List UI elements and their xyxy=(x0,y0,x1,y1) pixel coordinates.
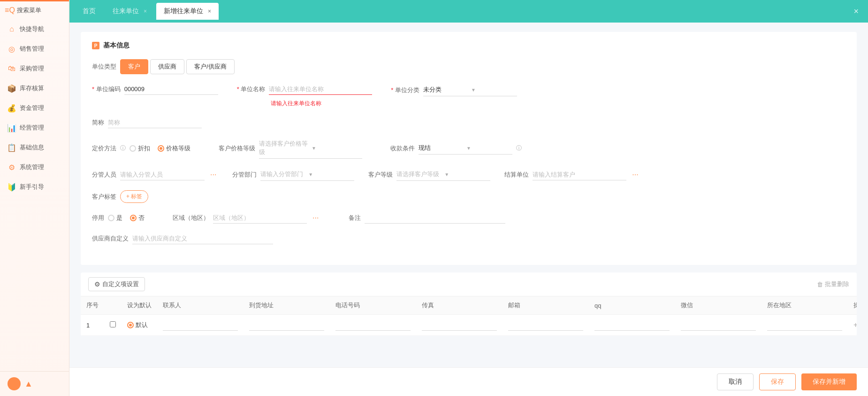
batch-delete-button[interactable]: 🗑 批量删除 xyxy=(817,280,849,288)
tags-group: 客户标签 + 标签 xyxy=(92,190,148,203)
tab-contact-close[interactable]: × xyxy=(144,8,147,15)
pricing-level-radio[interactable]: 价格等级 xyxy=(158,144,190,153)
payment-terms-label: 收款条件 xyxy=(390,144,415,153)
manager-ellipsis-button[interactable]: ··· xyxy=(208,171,218,179)
address-input[interactable] xyxy=(249,319,324,331)
contact-input[interactable] xyxy=(163,319,238,331)
pricing-discount-radio[interactable]: 折扣 xyxy=(129,144,150,153)
department-placeholder: 请输入分管部门 xyxy=(260,170,306,179)
unit-category-select[interactable]: 未分类 ▼ xyxy=(423,84,517,96)
tab-home[interactable]: 首页 xyxy=(75,3,103,20)
region-ellipsis-button[interactable]: ··· xyxy=(311,214,320,222)
basic-info-section: P 基本信息 单位类型 客户 供应商 客户/供应商 单位编码 xyxy=(81,32,857,265)
manager-input[interactable] xyxy=(120,169,205,180)
no-label: 否 xyxy=(138,214,145,222)
search-icon: ≡Q xyxy=(6,6,14,15)
payment-terms-select[interactable]: 现结 ▼ xyxy=(419,142,512,155)
unit-type-supplier-button[interactable]: 供应商 xyxy=(150,59,184,74)
wechat-input[interactable] xyxy=(681,319,756,331)
fax-input[interactable] xyxy=(422,319,497,331)
sidebar-search[interactable]: ≡Q 搜索菜单 xyxy=(0,1,69,19)
sidebar-item-guide[interactable]: 🔰 新手引导 xyxy=(0,177,69,197)
batch-delete-label: 批量删除 xyxy=(825,280,849,288)
avatar xyxy=(8,377,21,390)
add-row-button[interactable]: + xyxy=(853,321,857,329)
settlement-group: 结算单位 ··· xyxy=(504,169,640,180)
cancel-button[interactable]: 取消 xyxy=(717,373,754,390)
tab-bar: 首页 往来单位 × 新增往来单位 × × xyxy=(69,0,868,23)
unit-code-input[interactable] xyxy=(124,84,218,95)
settlement-label: 结算单位 xyxy=(504,171,529,179)
sidebar-item-basic-info[interactable]: 📋 基础信息 xyxy=(0,138,69,157)
save-button[interactable]: 保存 xyxy=(759,373,796,390)
phone-input[interactable] xyxy=(335,319,411,331)
location-input[interactable] xyxy=(767,319,842,331)
tab-new-contact-close[interactable]: × xyxy=(208,8,211,15)
unit-name-input[interactable] xyxy=(269,84,372,95)
business-icon: 📊 xyxy=(8,124,16,132)
remark-input[interactable] xyxy=(365,212,505,224)
tab-new-contact[interactable]: 新增往来单位 × xyxy=(156,3,219,20)
tab-contact[interactable]: 往来单位 × xyxy=(105,3,154,20)
sidebar-item-purchase[interactable]: 🛍 采购管理 xyxy=(0,59,69,78)
col-wechat: 微信 xyxy=(675,296,761,315)
department-select[interactable]: 请输入分管部门 ▼ xyxy=(260,168,354,181)
remark-label: 备注 xyxy=(349,214,361,222)
settlement-input[interactable] xyxy=(533,169,626,180)
contacts-table: 序号 设为默认 联系人 到货地址 电话号码 传真 邮箱 qq 微信 所在地区 操… xyxy=(81,296,857,336)
payment-info-icon[interactable]: ⓘ xyxy=(516,144,522,152)
cell-email xyxy=(503,315,589,336)
email-input[interactable] xyxy=(508,319,583,331)
table-toolbar: ⚙ 自定义项设置 🗑 批量删除 xyxy=(81,272,857,296)
row-checkbox[interactable] xyxy=(110,321,116,327)
save-and-new-button[interactable]: 保存并新增 xyxy=(801,373,857,390)
add-tag-button[interactable]: + 标签 xyxy=(120,190,148,203)
supplier-custom-label: 供应商自定义 xyxy=(92,234,129,243)
customer-price-select[interactable]: 请选择客户价格等级 ▼ xyxy=(259,138,362,159)
purchase-icon: 🛍 xyxy=(8,64,16,73)
sidebar-item-business[interactable]: 📊 经营管理 xyxy=(0,118,69,138)
short-name-input[interactable] xyxy=(108,117,202,128)
main-close-button[interactable]: × xyxy=(850,7,862,16)
supplier-custom-input[interactable] xyxy=(132,233,273,244)
supplier-custom-row: 供应商自定义 xyxy=(92,233,845,244)
sidebar-search-label: 搜索菜单 xyxy=(17,6,41,15)
tab-new-contact-label: 新增往来单位 xyxy=(164,7,203,16)
unit-name-error: 请输入往来单位名称 xyxy=(271,100,321,108)
sidebar-item-label: 新手引导 xyxy=(20,183,44,191)
system-icon: ⚙ xyxy=(8,163,16,171)
section-title-text: 基本信息 xyxy=(103,41,129,50)
no-radio-dot xyxy=(132,217,135,219)
custom-settings-button[interactable]: ⚙ 自定义项设置 xyxy=(88,277,145,291)
sidebar-item-finance[interactable]: 💰 资金管理 xyxy=(0,98,69,118)
sidebar-item-sales[interactable]: ◎ 销售管理 xyxy=(0,39,69,59)
region-input[interactable] xyxy=(213,212,307,224)
table-row: 1 默认 xyxy=(81,315,857,336)
unit-type-both-button[interactable]: 客户/供应商 xyxy=(186,59,235,74)
sidebar-item-inventory[interactable]: 📦 库存核算 xyxy=(0,78,69,98)
sidebar-item-label: 快捷导航 xyxy=(20,25,44,33)
payment-terms-value: 现结 xyxy=(419,144,464,152)
col-qq: qq xyxy=(589,296,675,315)
disabled-no-radio[interactable]: 否 xyxy=(130,214,145,222)
customer-price-label: 客户价格等级 xyxy=(219,144,255,153)
customer-price-group: 客户价格等级 请选择客户价格等级 ▼ xyxy=(219,138,362,159)
col-location: 所在地区 xyxy=(761,296,848,315)
sidebar-item-quick-nav[interactable]: ⌂ 快捷导航 xyxy=(0,19,69,39)
cell-contact xyxy=(157,315,244,336)
finance-icon: 💰 xyxy=(8,104,16,112)
sidebar-item-system[interactable]: ⚙ 系统管理 xyxy=(0,157,69,177)
sidebar-item-label: 采购管理 xyxy=(20,64,44,73)
pricing-info-icon[interactable]: ⓘ xyxy=(120,144,126,152)
settlement-ellipsis-button[interactable]: ··· xyxy=(630,171,640,179)
row-default-radio[interactable]: 默认 xyxy=(127,321,152,329)
unit-category-group: 单位分类 未分类 ▼ xyxy=(391,84,517,96)
col-seq: 序号 xyxy=(81,296,104,315)
customer-level-select[interactable]: 请选择客户等级 ▼ xyxy=(396,168,490,181)
gear-icon: ⚙ xyxy=(94,280,100,288)
qq-input[interactable] xyxy=(594,319,670,331)
unit-category-value: 未分类 xyxy=(423,85,469,94)
payment-chevron-icon: ▼ xyxy=(466,146,512,151)
unit-type-customer-button[interactable]: 客户 xyxy=(120,59,148,74)
disabled-yes-radio[interactable]: 是 xyxy=(108,214,122,222)
